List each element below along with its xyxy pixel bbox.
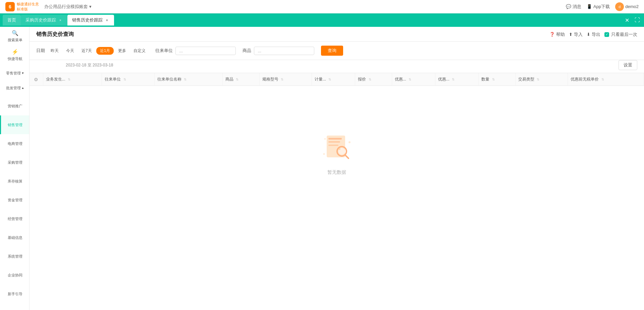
quick-nav-icon: ⚡ xyxy=(12,49,18,55)
customer-filter-input[interactable]: ... xyxy=(175,47,236,55)
content-area: 销售历史价查询 ❓ 帮助 ⬆ 导入 ⬇ 导出 ✓ xyxy=(30,27,644,310)
user-profile[interactable]: d demo2 xyxy=(615,2,639,11)
date-btn-custom[interactable]: 自定义 xyxy=(130,47,149,55)
inventory-label: 库存核算 xyxy=(8,179,22,184)
sidebar-item-enterprise[interactable]: 企业协同 xyxy=(0,266,29,285)
sort-icon-price: ⇅ xyxy=(369,78,371,81)
svg-rect-2 xyxy=(328,141,340,143)
page-container: 销售历史价查询 ❓ 帮助 ⬆ 导入 ⬇ 导出 ✓ xyxy=(30,27,644,310)
sort-icon-spec: ⇅ xyxy=(281,78,283,81)
sort-icon-product: ⇅ xyxy=(236,78,238,81)
sidebar-item-ecommerce[interactable]: 电商管理 xyxy=(0,134,29,153)
table-col-pretax-price[interactable]: 优惠前无税单价 ⇅ xyxy=(568,73,644,86)
svg-rect-3 xyxy=(328,145,338,146)
table-col-spec[interactable]: 规格型号 ⇅ xyxy=(259,73,312,86)
ecommerce-label: 电商管理 xyxy=(8,141,22,146)
svg-line-6 xyxy=(345,155,348,158)
sidebar-item-inventory[interactable]: 库存核算 xyxy=(0,172,29,191)
table-col-gear[interactable]: ⚙ xyxy=(30,73,43,86)
sidebar-item-retail[interactable]: 零售管理 ▼ xyxy=(0,66,29,81)
import-icon: ⬆ xyxy=(569,32,573,37)
sidebar-item-app-center[interactable]: 应用中心 xyxy=(0,303,29,310)
chevron-up-icon-wholesale: ▲ xyxy=(21,86,24,90)
sort-icon-pretax-price: ⇅ xyxy=(601,78,604,81)
date-btn-yesterday[interactable]: 昨天 xyxy=(48,47,62,55)
table-col-product[interactable]: 商品 ⇅ xyxy=(222,73,259,86)
table-col-transaction-type[interactable]: 交易类型 ⇅ xyxy=(515,73,568,86)
topbar-right: 💬 消息 📱 App下载 d demo2 xyxy=(566,2,639,11)
table-col-discount2[interactable]: 优惠... ⇅ xyxy=(435,73,479,86)
sort-icon-business-date: ⇅ xyxy=(68,78,70,81)
sales-label: 销售管理 xyxy=(8,122,22,127)
page-title: 销售历史价查询 xyxy=(36,31,74,38)
date-btn-1month[interactable]: 近1月 xyxy=(96,47,114,55)
import-button[interactable]: ⬆ 导入 xyxy=(569,32,583,38)
date-btn-7days[interactable]: 近7天 xyxy=(78,47,95,55)
sidebar: 🔍 搜索菜单 ⚡ 快捷导航 零售管理 ▼ 批发管理 ▲ 营销推广 销售管理 电商… xyxy=(0,27,30,310)
enterprise-label: 企业协同 xyxy=(8,273,22,278)
only-last-checkbox[interactable]: ✓ xyxy=(604,32,609,37)
empty-state-text: 暂无数据 xyxy=(327,169,346,175)
phone-icon: 📱 xyxy=(587,4,592,9)
app-selector[interactable]: 办公用品行业模拟账套 ▾ xyxy=(42,2,94,11)
query-button[interactable]: 查询 xyxy=(321,46,343,56)
table-header: ⚙ 业务发生... ⇅ 往来单位 ⇅ 往来单位名称 xyxy=(30,73,644,86)
table-col-quantity[interactable]: 数量 ⇅ xyxy=(479,73,516,86)
search-icon: 🔍 xyxy=(12,30,18,36)
product-filter-input[interactable]: ... xyxy=(254,47,314,55)
gear-icon[interactable]: ⚙ xyxy=(34,77,38,82)
table-col-price[interactable]: 报价 ⇅ xyxy=(355,73,392,86)
sidebar-item-sales[interactable]: 销售管理 xyxy=(0,115,29,134)
sidebar-item-operations[interactable]: 经营管理 xyxy=(0,209,29,228)
sort-icon-partner-name: ⇅ xyxy=(184,78,186,81)
date-options: 昨天 今天 近7天 近1月 更多 自定义 xyxy=(48,47,149,55)
home-tab-label: 首页 xyxy=(7,17,16,23)
empty-illustration xyxy=(320,131,354,164)
logo-icon: 6 xyxy=(5,2,15,11)
sort-icon-discount1: ⇅ xyxy=(409,78,411,81)
tab-sales-history[interactable]: 销售历史价跟踪 × xyxy=(67,15,114,25)
sidebar-item-finance[interactable]: 资金管理 xyxy=(0,191,29,209)
tab-purchase-close[interactable]: × xyxy=(58,18,63,22)
finance-label: 资金管理 xyxy=(8,198,22,203)
table-col-discount1[interactable]: 优惠... ⇅ xyxy=(392,73,435,86)
logo-text: 畅捷通好生意 标准版 xyxy=(17,2,39,11)
sidebar-item-marketing[interactable]: 营销推广 xyxy=(0,97,29,115)
date-range-row: 2023-02-18 至 2023-03-18 设置 xyxy=(30,60,644,73)
tab-home[interactable]: 首页 xyxy=(3,15,21,25)
sidebar-item-basic-info[interactable]: 基础信息 xyxy=(0,228,29,247)
date-filter-group: 日期 昨天 今天 近7天 近1月 更多 自定义 xyxy=(36,47,149,55)
sidebar-item-wholesale[interactable]: 批发管理 ▲ xyxy=(0,81,29,95)
tab-purchase-history[interactable]: 采购历史价跟踪 × xyxy=(21,15,67,25)
close-tab-action[interactable]: ✕ xyxy=(624,16,631,25)
sidebar-item-guide[interactable]: 新手引导 xyxy=(0,285,29,303)
date-btn-more[interactable]: 更多 xyxy=(115,47,129,55)
avatar: d xyxy=(615,2,624,11)
sidebar-item-system[interactable]: 系统管理 xyxy=(0,247,29,266)
settings-button[interactable]: 设置 xyxy=(619,60,637,70)
table-col-partner-code[interactable]: 往来单位 ⇅ xyxy=(102,73,154,86)
svg-point-8 xyxy=(324,138,326,140)
product-filter-label: 商品 xyxy=(243,48,251,54)
table-col-business-date[interactable]: 业务发生... ⇅ xyxy=(43,73,102,86)
svg-point-9 xyxy=(348,141,351,143)
help-button[interactable]: ❓ 帮助 xyxy=(549,32,565,38)
sort-icon-discount2: ⇅ xyxy=(452,78,454,81)
sidebar-item-purchase[interactable]: 采购管理 xyxy=(0,153,29,172)
table-col-partner-name[interactable]: 往来单位名称 ⇅ xyxy=(154,73,222,86)
tab-sales-label: 销售历史价跟踪 xyxy=(72,17,103,23)
table-col-unit[interactable]: 计量... ⇅ xyxy=(312,73,355,86)
app-download-button[interactable]: 📱 App下载 xyxy=(587,4,610,10)
date-btn-today[interactable]: 今天 xyxy=(63,47,77,55)
export-button[interactable]: ⬇ 导出 xyxy=(587,32,600,38)
product-placeholder: ... xyxy=(258,48,311,53)
sidebar-item-search[interactable]: 🔍 搜索菜单 xyxy=(0,27,29,46)
date-filter-label: 日期 xyxy=(36,48,45,54)
expand-action[interactable]: ⛶ xyxy=(633,16,641,24)
marketing-label: 营销推广 xyxy=(8,104,22,109)
message-button[interactable]: 💬 消息 xyxy=(566,4,581,10)
table-header-row: ⚙ 业务发生... ⇅ 往来单位 ⇅ 往来单位名称 xyxy=(30,73,644,86)
tab-sales-close[interactable]: × xyxy=(105,18,109,22)
sidebar-item-quick-nav[interactable]: ⚡ 快捷导航 xyxy=(0,46,29,64)
chevron-down-icon-retail: ▼ xyxy=(21,71,24,75)
